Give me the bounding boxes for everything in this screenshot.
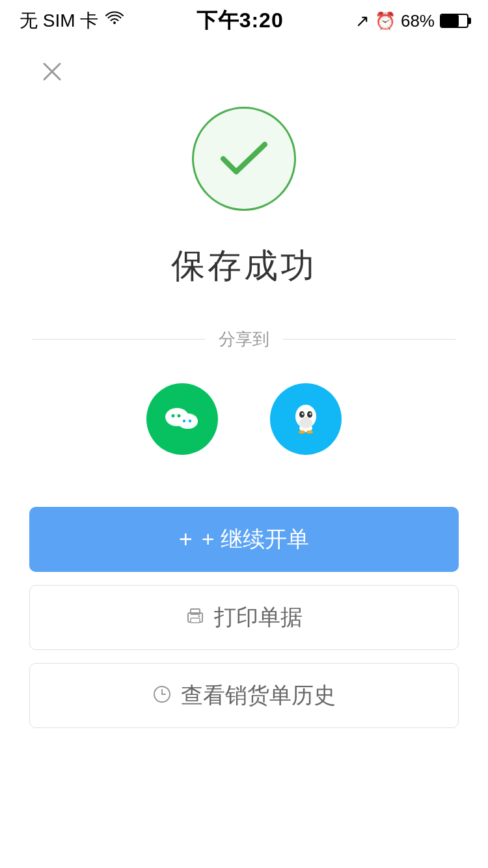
print-icon — [185, 606, 205, 629]
qq-icon — [285, 398, 327, 441]
alarm-icon: ⏰ — [375, 11, 396, 31]
status-right: ↗ ⏰ 68% — [355, 11, 468, 31]
share-icons — [146, 383, 342, 455]
status-bar: 无 SIM 卡 下午3:20 ↗ ⏰ 68% — [0, 0, 488, 42]
svg-point-22 — [306, 430, 313, 433]
divider-right — [282, 339, 455, 340]
wechat-share-button[interactable] — [146, 383, 218, 455]
print-label: 打印单据 — [214, 603, 303, 632]
svg-point-13 — [189, 420, 191, 422]
history-label: 查看销货单历史 — [181, 681, 336, 711]
svg-point-10 — [172, 414, 175, 418]
history-icon — [152, 685, 172, 707]
battery-icon — [440, 14, 468, 28]
continue-button[interactable]: + + 继续开单 — [29, 507, 459, 572]
svg-point-11 — [178, 414, 181, 418]
print-button[interactable]: 打印单据 — [29, 585, 459, 650]
svg-point-19 — [309, 413, 311, 414]
close-button[interactable] — [33, 52, 72, 91]
history-button[interactable]: 查看销货单历史 — [29, 663, 459, 728]
divider-left — [33, 339, 206, 340]
svg-point-27 — [198, 615, 200, 617]
battery-percent: 68% — [401, 11, 435, 31]
checkmark-icon — [218, 139, 270, 178]
qq-share-button[interactable] — [270, 383, 342, 455]
location-icon: ↗ — [355, 11, 370, 31]
continue-label: + 继续开单 — [202, 524, 309, 554]
action-buttons: + + 继续开单 打印单据 查看销货单历 — [29, 507, 459, 728]
main-content: 保存成功 分享到 — [0, 42, 488, 728]
svg-point-18 — [301, 413, 303, 414]
svg-point-21 — [299, 430, 305, 433]
svg-point-12 — [183, 420, 185, 422]
share-label: 分享到 — [219, 328, 269, 351]
status-time: 下午3:20 — [197, 7, 284, 35]
sim-label: 无 SIM 卡 — [20, 8, 98, 33]
status-left: 无 SIM 卡 — [20, 8, 124, 33]
wechat-icon — [159, 396, 205, 442]
svg-point-9 — [178, 414, 198, 429]
plus-icon: + — [179, 526, 193, 553]
share-divider: 分享到 — [33, 328, 455, 351]
svg-rect-26 — [191, 618, 200, 623]
success-circle — [192, 107, 296, 211]
success-title: 保存成功 — [171, 243, 317, 289]
wifi-icon — [105, 10, 124, 31]
svg-point-23 — [299, 418, 312, 428]
